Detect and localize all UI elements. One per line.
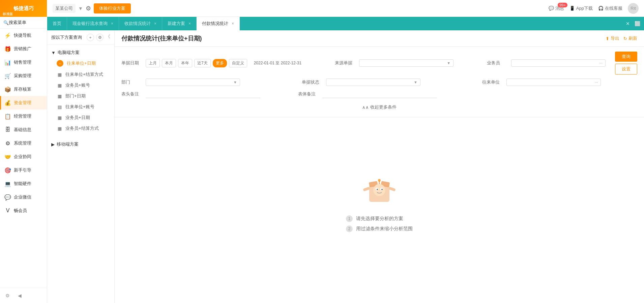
sidebar-collapse-btn[interactable]: ◀ [15, 291, 24, 300]
date-btn-this-month[interactable]: 本月 [162, 59, 176, 67]
tab-maximize-btn[interactable]: ⬜ [633, 20, 641, 28]
empty-illustration [359, 168, 400, 209]
date-btn-last-month[interactable]: 上月 [146, 59, 160, 67]
trial-btn[interactable]: 体验行业方案 [94, 3, 131, 13]
tab-payment-close[interactable]: × [232, 21, 234, 26]
scheme-staff-date-label: 业务员+日期 [65, 115, 90, 121]
sidebar-item-capital[interactable]: 💰 资金管理 [0, 96, 47, 110]
sidebar-cooperation-label: 企业协同 [14, 154, 31, 160]
tab-payment[interactable]: 付款情况统计 × [197, 17, 240, 30]
sidebar-vip-label: 畅会员 [14, 208, 27, 214]
sidebar-item-marketing[interactable]: 🎁 营销推广 [0, 42, 47, 56]
refresh-btn[interactable]: ↻ 刷新 [623, 35, 637, 41]
scheme-item-unit-account[interactable]: ▤ 往来单位+账号 [47, 101, 114, 112]
date-label: 单据日期 [121, 60, 140, 66]
scheme-staff-account-label: 业务员+账号 [65, 82, 90, 88]
left-panel-header: 按以下方案查询 ＋ ⚙ 《 [47, 30, 114, 45]
sidebar-item-purchase[interactable]: 🛒 采购管理 [0, 69, 47, 83]
tab-home[interactable]: 首页 [47, 17, 67, 30]
staff-select[interactable]: ··· [511, 59, 606, 67]
date-btn-more[interactable]: 更多 [213, 59, 227, 67]
header-remark-input[interactable] [146, 90, 260, 98]
app-download-btn[interactable]: 📱 App下载 [569, 5, 593, 11]
user-avatar[interactable]: Rit [628, 3, 639, 14]
weixin-icon: 💬 [4, 194, 11, 201]
source-select[interactable]: ▼ [359, 59, 453, 67]
collapse-conditions-btn[interactable]: ∧∧ 收起更多条件 [355, 102, 403, 112]
message-icon: 💬 [549, 6, 554, 11]
scheme-item-unit-settle[interactable]: ▦ 往来单位+结算方式 [47, 69, 114, 80]
sidebar-weixin-label: 企业微信 [14, 194, 31, 200]
export-btn[interactable]: ⬆ 导出 [606, 35, 619, 41]
sidebar-item-weixin[interactable]: 💬 企业微信 [0, 190, 47, 204]
empty-state: 1 请先选择要分析的方案 2 用过滤条件来缩小分析范围 [115, 117, 644, 303]
sidebar-item-search[interactable]: 🔍 搜索菜单 [0, 17, 47, 29]
tab-newscheme[interactable]: 新建方案 × [162, 17, 197, 30]
guide-icon: 🎯 [4, 167, 11, 174]
mobile-section-header[interactable]: ▶ 移动端方案 [47, 139, 114, 149]
panel-add-btn[interactable]: ＋ [87, 34, 94, 41]
sidebar-item-vip[interactable]: V 畅会员 [0, 204, 47, 217]
scheme-item-staff-date[interactable]: ▦ 业务员+日期 [47, 112, 114, 123]
sidebar-search-label: 搜索菜单 [9, 20, 26, 26]
date-btn-custom[interactable]: 自定义 [229, 59, 247, 67]
tab-receipt[interactable]: 收款情况统计 × [119, 17, 162, 30]
hint-text-1: 请先选择要分析的方案 [356, 216, 403, 222]
main-content: 某某公司 ▼ ⚙ 体验行业方案 💬 消息 99+ 📱 App下载 🎧 在线客服 … [47, 0, 644, 303]
panel-collapse-btn[interactable]: 《 [106, 34, 110, 41]
dept-select[interactable]: ▼ [146, 79, 240, 86]
page-header: 付款情况统计(往来单位+日期) ⬆ 导出 ↻ 刷新 [115, 30, 644, 47]
sidebar-item-basicinfo[interactable]: 🗄 基础信息 [0, 123, 47, 137]
company-name-display[interactable]: 某某公司 [53, 4, 76, 13]
sidebar-basicinfo-label: 基础信息 [14, 127, 31, 133]
brand-subtitle: 标准版 [3, 12, 13, 17]
company-dropdown-arrow[interactable]: ▼ [78, 6, 83, 11]
body-remark-input[interactable] [322, 90, 437, 98]
scheme-grid5-icon: ▦ [57, 125, 63, 131]
sidebar-settings-btn[interactable]: ⚙ [3, 291, 12, 300]
date-btn-this-year[interactable]: 本年 [178, 59, 192, 67]
svg-point-6 [377, 189, 378, 190]
date-range-display: 2022-01-01 至 2022-12-31 [254, 60, 301, 66]
scheme-grid2-icon: ▦ [57, 82, 63, 88]
notification-badge: 99+ [558, 3, 567, 7]
tab-receipt-close[interactable]: × [154, 21, 156, 26]
filter-row-1: 单据日期 上月 本月 本年 近7天 更多 自定义 2022-01-01 至 20… [121, 52, 637, 74]
online-service-btn[interactable]: 🎧 在线客服 [598, 5, 622, 11]
sidebar-item-inventory[interactable]: 📦 库存核算 [0, 83, 47, 96]
top-bar-left: 某某公司 ▼ ⚙ 体验行业方案 [53, 3, 545, 13]
desktop-section-header[interactable]: ▼ 电脑端方案 [47, 48, 114, 58]
tab-cashflow[interactable]: 现金银行流水查询 × [67, 17, 119, 30]
query-btn[interactable]: 查询 [615, 52, 637, 62]
date-btn-7days[interactable]: 近7天 [194, 59, 211, 67]
sidebar-item-system[interactable]: ⚙ 系统管理 [0, 137, 47, 150]
unit-select[interactable]: ··· [506, 79, 601, 86]
sidebar-item-operation[interactable]: 📋 经营管理 [0, 110, 47, 123]
empty-hint-1: 1 请先选择要分析的方案 [346, 215, 413, 222]
empty-hints: 1 请先选择要分析的方案 2 用过滤条件来缩小分析范围 [346, 215, 413, 232]
cooperation-icon: 🤝 [4, 153, 11, 160]
collapse-conditions-row: ∧∧ 收起更多条件 [121, 102, 637, 112]
scheme-item-staff-settle[interactable]: ▦ 业务员+结算方式 [47, 123, 114, 134]
scheme-item-staff-account[interactable]: ▦ 业务员+账号 [47, 80, 114, 91]
scheme-table-icon: ▤ [57, 104, 63, 110]
tab-bar: 首页 现金银行流水查询 × 收款情况统计 × 新建方案 × 付款情况统计 × ✕… [47, 17, 644, 30]
settings-gear-btn[interactable]: ⚙ [86, 5, 91, 12]
sidebar-item-quicknav[interactable]: ⚡ 快捷导航 [0, 29, 47, 42]
sidebar-item-sales[interactable]: 📊 销售管理 [0, 56, 47, 69]
sidebar-item-hardware[interactable]: 💻 智能硬件 [0, 177, 47, 190]
panel-settings-btn[interactable]: ⚙ [96, 34, 104, 41]
scheme-item-dept-date[interactable]: ▦ 部门+日期 [47, 91, 114, 101]
status-select[interactable]: ▼ [326, 79, 420, 86]
svg-point-3 [373, 184, 385, 196]
tab-close-all-btn[interactable]: ✕ [624, 20, 632, 28]
settings-btn[interactable]: 设置 [615, 64, 637, 74]
sidebar-item-guide[interactable]: 🎯 新手引导 [0, 163, 47, 177]
tab-cashflow-close[interactable]: × [111, 21, 113, 26]
scheme-item-unit-date[interactable]: ○ 往来单位+日期 [47, 58, 114, 69]
sidebar-item-cooperation[interactable]: 🤝 企业协同 [0, 150, 47, 163]
tab-newscheme-close[interactable]: × [188, 21, 191, 26]
notification-btn[interactable]: 💬 消息 99+ [549, 5, 564, 11]
mobile-scheme-section: ▶ 移动端方案 [47, 137, 114, 152]
scheme-unit-account-label: 往来单位+账号 [65, 104, 94, 110]
